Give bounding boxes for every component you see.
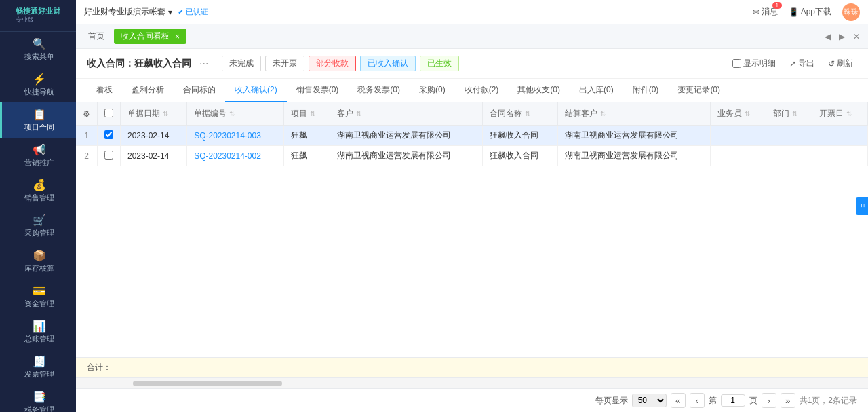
sidebar-label-4: 销售管理 <box>24 193 54 203</box>
row-customer-0: 湖南卫视商业运营发展有限公司 <box>330 126 482 146</box>
first-page-button[interactable]: « <box>671 393 686 408</box>
settings-icon[interactable]: ⚙ <box>83 109 90 119</box>
app-download-button[interactable]: 📱 App下载 <box>789 6 831 18</box>
sidebar-icon-5: 🛒 <box>33 214 46 227</box>
tab-prev-icon[interactable]: ◀ <box>822 31 833 43</box>
sidebar-item-6[interactable]: 📦库存核算 <box>0 244 76 279</box>
refresh-button[interactable]: ↺ 刷新 <box>824 56 857 71</box>
horizontal-scrollbar[interactable] <box>76 377 868 388</box>
sidebar-label-0: 搜索菜单 <box>24 52 54 62</box>
inner-tab-8[interactable]: 其他收支(0) <box>508 79 570 102</box>
sidebar-label-3: 营销推广 <box>24 157 54 168</box>
show-detail-toggle[interactable]: 显示明细 <box>728 56 780 71</box>
next-page-button[interactable]: › <box>762 393 776 408</box>
sidebar-item-1[interactable]: ⚡快捷导航 <box>0 67 76 102</box>
tab-next-icon[interactable]: ▶ <box>836 31 848 43</box>
topbar: 好业财专业版演示帐套 ▾ ✔ 已认证 ✉ 消息 1 📱 App下载 珠珠 <box>76 0 868 24</box>
th-settings: ⚙ <box>76 102 98 126</box>
sidebar-icon-4: 💰 <box>33 179 46 191</box>
scroll-thumb[interactable] <box>133 381 282 386</box>
inner-tab-0[interactable]: 看板 <box>87 79 122 102</box>
sidebar-item-7[interactable]: 💳资金管理 <box>0 279 76 314</box>
show-detail-label: 显示明细 <box>743 58 776 69</box>
inner-tab-9[interactable]: 出入库(0) <box>570 79 623 102</box>
th-customer: 客户⇅ <box>330 102 482 126</box>
row-project-0: 狂飙 <box>283 126 330 146</box>
inner-tab-5[interactable]: 税务发票(0) <box>348 79 410 102</box>
row-order-no-1[interactable]: SQ-20230214-002 <box>187 146 284 166</box>
sidebar-item-10[interactable]: 📑税务管理 <box>0 385 76 412</box>
tab-contract-board[interactable]: 收入合同看板 × <box>114 29 186 44</box>
tab-close-all-icon[interactable]: ✕ <box>850 31 863 43</box>
sidebar-label-10: 税务管理 <box>24 405 54 412</box>
chevron-down-icon: ▾ <box>168 7 172 17</box>
row-checkbox-1[interactable] <box>98 146 121 166</box>
inner-tab-10[interactable]: 附件(0) <box>623 79 669 102</box>
export-icon: ↗ <box>789 59 796 69</box>
row-salesperson-0 <box>710 126 766 146</box>
sidebar-item-4[interactable]: 💰销售管理 <box>0 173 76 208</box>
company-name: 好业财专业版演示帐套 <box>84 6 165 18</box>
sidebar-item-5[interactable]: 🛒采购管理 <box>0 208 76 244</box>
tab-close-icon[interactable]: × <box>175 32 180 41</box>
row-checkbox-0[interactable] <box>98 126 121 146</box>
company-selector[interactable]: 好业财专业版演示帐套 ▾ <box>84 6 172 18</box>
tab-contract-board-label: 收入合同看板 <box>121 31 170 42</box>
select-all-checkbox[interactable] <box>104 109 113 117</box>
user-avatar[interactable]: 珠珠 <box>842 3 860 21</box>
table-header-row: ⚙ 单据日期⇅ 单据编号⇅ 项目⇅ 客户⇅ 合同名称⇅ 结算客户⇅ 业务员⇅ 部… <box>76 102 868 126</box>
sidebar-icon-7: 💳 <box>33 284 46 297</box>
sidebar-item-3[interactable]: 📢营销推广 <box>0 138 76 173</box>
sidebar-item-8[interactable]: 📊总账管理 <box>0 314 76 350</box>
sidebar-label-2: 项目合同 <box>24 122 54 132</box>
message-button[interactable]: ✉ 消息 1 <box>753 6 778 18</box>
inner-tab-3[interactable]: 收入确认(2) <box>225 79 287 102</box>
last-page-button[interactable]: » <box>781 393 795 408</box>
th-department: 部门⇅ <box>766 102 812 126</box>
row-department-1 <box>766 146 812 166</box>
app-download-label: App下载 <box>801 6 831 18</box>
show-detail-checkbox[interactable] <box>732 59 741 68</box>
sidebar-icon-3: 📢 <box>33 143 46 156</box>
inner-tab-11[interactable]: 变更记录(0) <box>668 79 730 102</box>
inner-tab-7[interactable]: 收付款(2) <box>455 79 509 102</box>
check-icon: ✔ <box>178 7 184 16</box>
refresh-label: 刷新 <box>837 58 853 69</box>
status-confirmed[interactable]: 已收入确认 <box>360 56 416 71</box>
sidebar-item-0[interactable]: 🔍搜索菜单 <box>0 32 76 67</box>
sidebar-item-2[interactable]: 📋项目合同 <box>0 102 76 138</box>
content-actions: 显示明细 ↗ 导出 ↺ 刷新 <box>728 56 857 71</box>
row-num-0: 1 <box>76 126 98 146</box>
inner-tab-1[interactable]: 盈利分析 <box>122 79 174 102</box>
status-partial-payment[interactable]: 部分收款 <box>309 56 356 71</box>
contract-name: 狂飙收入合同 <box>134 58 191 69</box>
inner-tab-4[interactable]: 销售发票(0) <box>287 79 349 102</box>
more-button[interactable]: ··· <box>199 58 208 70</box>
app-sub: 专业版 <box>16 16 60 24</box>
tab-home-label: 首页 <box>88 31 104 42</box>
page-label2: 页 <box>749 395 757 407</box>
row-order-no-0[interactable]: SQ-20230214-003 <box>187 126 284 146</box>
sidebar-label-7: 资金管理 <box>24 299 54 309</box>
row-salesperson-1 <box>710 146 766 166</box>
download-icon: 📱 <box>789 7 799 17</box>
prev-page-button[interactable]: ‹ <box>690 393 705 408</box>
inner-tab-2[interactable]: 合同标的 <box>174 79 225 102</box>
row-customer-1: 湖南卫视商业运营发展有限公司 <box>330 146 482 166</box>
right-float-panel[interactable]: ≡ <box>856 197 868 216</box>
total-label: 合计： <box>87 362 111 373</box>
status-uninvoiced[interactable]: 未开票 <box>265 56 304 71</box>
status-effective[interactable]: 已生效 <box>420 56 459 71</box>
th-order-no: 单据编号⇅ <box>187 102 284 126</box>
tab-home[interactable]: 首页 <box>81 28 111 45</box>
page-input[interactable] <box>721 394 745 407</box>
sidebar-item-9[interactable]: 🧾发票管理 <box>0 350 76 385</box>
inner-tab-6[interactable]: 采购(0) <box>410 79 455 102</box>
status-buttons: 未完成 未开票 部分收款 已收入确认 已生效 <box>222 56 459 71</box>
status-incomplete[interactable]: 未完成 <box>222 56 261 71</box>
th-project: 项目⇅ <box>283 102 330 126</box>
export-button[interactable]: ↗ 导出 <box>785 56 818 71</box>
row-department-0 <box>766 126 812 146</box>
sidebar-logo: 畅捷通好业财 专业版 <box>0 0 76 32</box>
per-page-select[interactable]: 50 100 200 <box>632 394 667 407</box>
